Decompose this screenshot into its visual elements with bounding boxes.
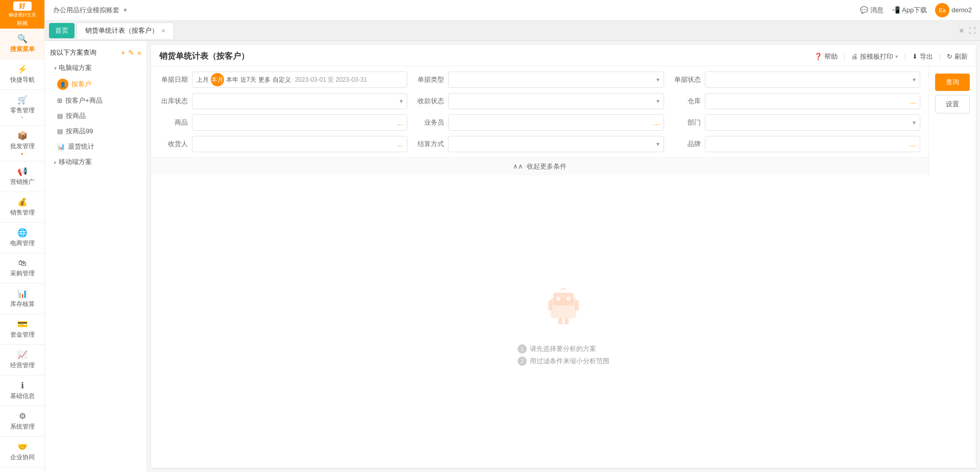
settings-button[interactable]: 设置	[935, 95, 970, 113]
sidebar-item-retail[interactable]: 🛒 零售管理 ▾	[0, 90, 44, 126]
dropdown-icon[interactable]: ▾	[124, 6, 127, 14]
active-customer-icon: 👤	[60, 82, 66, 87]
export-button[interactable]: ⬇ 导出	[912, 52, 933, 61]
tab-active[interactable]: 销货单统计表（按客户） ✕	[77, 22, 174, 39]
sidebar-item-operation[interactable]: 📈 经营管理	[0, 345, 44, 375]
user-menu[interactable]: Ea demo2	[935, 3, 972, 17]
desktop-section: ▾ 电脑端方案 👤 按客户 ⊞ 按客户+商品 ▤ 按商品	[45, 60, 146, 154]
scheme-by-product[interactable]: ▤ 按商品	[49, 108, 146, 124]
scheme-return-stats[interactable]: 📊 退货统计	[49, 139, 146, 154]
right-panel: 销货单统计表（按客户） ❓ 帮助 | 🖨 按模板打印 ▾ | ⬇	[151, 45, 976, 468]
divider1: |	[844, 53, 845, 60]
date-more[interactable]: 更多	[258, 76, 271, 84]
svg-rect-6	[548, 300, 552, 311]
receipt-status-chevron: ▾	[656, 98, 659, 105]
app-download-icon: 📲	[892, 6, 900, 14]
content-area: 按以下方案查询 + ✎ « ▾ 电脑端方案 👤 按客户	[45, 41, 980, 472]
add-scheme-icon[interactable]: +	[121, 49, 125, 57]
date-7days[interactable]: 近7天	[240, 76, 256, 84]
maximize-window-icon[interactable]: ⛶	[969, 27, 976, 35]
sidebar-item-finance[interactable]: 💳 资金管理	[0, 314, 44, 345]
sidebar-item-newbie[interactable]: 🎯 新手引导	[0, 467, 44, 472]
doc-type-select[interactable]: ▾	[448, 72, 664, 88]
date-filter-control[interactable]: 上月 本月 本年 近7天 更多 自定义 2023-03-01 至 2023-03…	[192, 72, 407, 88]
receipt-status-group: 收款状态 ▾	[415, 93, 664, 109]
app-download-button[interactable]: 📲 App下载	[892, 6, 927, 15]
filter-row-4: 收货人 ... 结算方式 ▾	[151, 131, 928, 157]
warehouse-dots: ...	[910, 97, 916, 105]
empty-hints: 1 请先选择要分析的方案 2 用过滤条件来缩小分析范围	[518, 344, 609, 366]
message-button[interactable]: 💬 消息	[860, 6, 884, 15]
sidebar-item-system[interactable]: ⚙ 系统管理	[0, 406, 44, 437]
hint-text-1: 请先选择要分析的方案	[530, 344, 596, 353]
sidebar-item-inventory[interactable]: 📊 库存核算	[0, 284, 44, 314]
svg-rect-5	[565, 318, 569, 324]
collapse-panel-icon[interactable]: «	[137, 49, 141, 57]
sidebar-item-system-label: 系统管理	[10, 422, 35, 431]
receiver-select[interactable]: ...	[192, 136, 407, 152]
brand-select[interactable]: ...	[705, 136, 920, 152]
page-actions: ❓ 帮助 | 🖨 按模板打印 ▾ | ⬇ 导出 |	[814, 52, 968, 61]
query-button[interactable]: 查询	[935, 74, 970, 91]
sidebar-item-finance-label: 资金管理	[10, 331, 35, 339]
topbar-left: 办公用品行业模拟账套 ▾	[53, 6, 127, 15]
receipt-status-select[interactable]: ▾	[448, 93, 664, 109]
date-custom[interactable]: 自定义	[273, 76, 291, 84]
product-icon: ▤	[57, 112, 63, 120]
refresh-button[interactable]: ↻ 刷新	[947, 52, 968, 61]
app-logo: 好 畅捷通好生意 标账	[0, 0, 44, 29]
print-label: 按模板打印	[860, 52, 893, 61]
sidebar-item-marketing-label: 营销推广	[10, 178, 35, 186]
empty-icon-svg	[538, 277, 589, 328]
page-title-bar: 销货单统计表（按客户） ❓ 帮助 | 🖨 按模板打印 ▾ | ⬇	[151, 45, 976, 66]
collapse-more-button[interactable]: ∧∧ 收起更多条件	[151, 157, 928, 175]
print-button[interactable]: 🖨 按模板打印 ▾	[851, 52, 898, 61]
department-group: 部门 ▾	[672, 114, 920, 131]
doc-status-select[interactable]: ▾	[705, 72, 920, 88]
logo-label: 标账	[17, 19, 28, 27]
mobile-section-title[interactable]: ▸ 移动端方案	[49, 154, 146, 170]
customer-product-icon: ⊞	[57, 97, 62, 104]
date-this-year[interactable]: 本年	[226, 76, 238, 84]
tab-home[interactable]: 首页	[49, 23, 75, 38]
sidebar-item-purchase[interactable]: 🛍 采购管理	[0, 253, 44, 284]
collapse-up-icon: ∧∧	[513, 162, 523, 170]
edit-scheme-icon[interactable]: ✎	[128, 49, 134, 57]
sidebar-item-marketing[interactable]: 📢 营销推广	[0, 161, 44, 192]
salesperson-label: 业务员	[415, 118, 448, 127]
sidebar-item-basic[interactable]: ℹ 基础信息	[0, 375, 44, 406]
settlement-select[interactable]: ▾	[448, 136, 664, 152]
scheme-by-customer[interactable]: 👤 按客户	[49, 76, 146, 93]
help-icon: ❓	[814, 53, 822, 60]
receipt-status-label: 收款状态	[415, 97, 448, 106]
date-prev-month[interactable]: 上月	[197, 76, 209, 84]
app-title: 办公用品行业模拟账套	[53, 6, 119, 15]
close-window-icon[interactable]: ✕	[959, 27, 965, 35]
settlement-chevron: ▾	[656, 140, 659, 148]
sidebar-item-search[interactable]: 🔍 搜索菜单	[0, 29, 44, 59]
department-select[interactable]: ▾	[705, 114, 920, 131]
out-status-select[interactable]: ▾	[192, 93, 407, 109]
help-button[interactable]: ❓ 帮助	[814, 52, 838, 61]
salesperson-select[interactable]: ...	[448, 114, 664, 131]
out-status-chevron: ▾	[400, 98, 403, 105]
settlement-group: 结算方式 ▾	[415, 136, 664, 152]
tab-close-icon[interactable]: ✕	[161, 28, 165, 34]
sidebar-item-shortcuts[interactable]: ⚡ 快捷导航	[0, 59, 44, 90]
warehouse-select[interactable]: ...	[705, 93, 920, 109]
search-icon: 🔍	[17, 34, 28, 43]
settlement-label: 结算方式	[415, 139, 448, 149]
scheme-customer-product[interactable]: ⊞ 按客户+商品	[49, 93, 146, 108]
return-icon: 📊	[57, 143, 65, 150]
sidebar-item-ecommerce[interactable]: 🌐 电商管理	[0, 223, 44, 253]
product-select[interactable]: ...	[192, 114, 407, 131]
filter-row-3: 商品 ... 业务员 ...	[151, 109, 928, 131]
desktop-section-title[interactable]: ▾ 电脑端方案	[49, 60, 146, 76]
date-range-display: 2023-03-01 至 2023-03-31	[295, 76, 367, 84]
sidebar-item-wholesale[interactable]: 📦 批发管理 ▴	[0, 126, 44, 161]
scheme-by-product99[interactable]: ▤ 按商品99	[49, 124, 146, 139]
sidebar-item-sales[interactable]: 💰 销售管理	[0, 192, 44, 223]
date-current-month[interactable]: 本月	[211, 73, 224, 86]
sidebar-item-enterprise[interactable]: 🤝 企业协同	[0, 437, 44, 467]
scheme-customer-product-label: 按客户+商品	[65, 96, 103, 105]
